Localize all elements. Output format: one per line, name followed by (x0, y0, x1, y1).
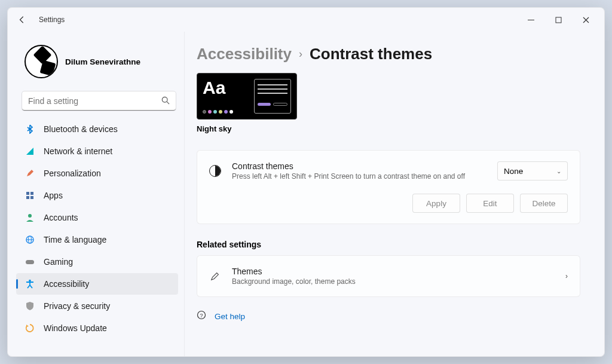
sidebar-item-shield[interactable]: Privacy & security (16, 295, 178, 317)
svg-rect-12 (26, 260, 34, 264)
search-container (22, 91, 176, 111)
theme-preview[interactable]: Aa (197, 73, 297, 133)
settings-window: Settings Dilum Senevirathne Bluetooth & … (7, 7, 605, 357)
sidebar-item-person[interactable]: Accounts (16, 207, 178, 228)
edit-button[interactable]: Edit (466, 194, 514, 213)
content-area: Accessibility › Contrast themes Aa (184, 32, 604, 356)
close-button[interactable] (572, 10, 599, 29)
svg-point-13 (29, 280, 31, 282)
preview-label: Night sky (197, 124, 297, 133)
window-controls (517, 10, 599, 29)
dropdown-value: None (504, 167, 523, 176)
sidebar-item-label: Apps (44, 191, 63, 200)
apply-button[interactable]: Apply (412, 194, 460, 213)
search-input[interactable] (22, 91, 176, 111)
chevron-right-icon: › (565, 272, 568, 280)
breadcrumb: Accessibility › Contrast themes (197, 32, 580, 73)
breadcrumb-current: Contrast themes (310, 45, 432, 63)
preview-thumbnail: Aa (197, 73, 297, 120)
sidebar-item-label: Bluetooth & devices (44, 124, 118, 134)
svg-point-2 (162, 97, 167, 102)
sidebar-item-apps[interactable]: Apps (16, 185, 178, 206)
preview-text-icon: Aa (203, 79, 250, 97)
related-heading: Related settings (197, 240, 580, 249)
contrast-themes-card: Contrast themes Press left Alt + left Sh… (197, 150, 580, 224)
sidebar-item-label: Personalization (44, 169, 101, 178)
breadcrumb-parent[interactable]: Accessibility (197, 45, 292, 63)
card-subtitle: Press left Alt + left Shift + Print Scre… (232, 172, 486, 181)
themes-title: Themes (232, 267, 555, 276)
avatar (25, 45, 58, 78)
minimize-button[interactable] (517, 10, 544, 29)
sidebar-item-label: Windows Update (44, 323, 107, 333)
help-row: ? Get help (197, 310, 580, 322)
svg-rect-7 (30, 196, 33, 199)
sidebar-item-globe[interactable]: Time & language (16, 229, 178, 250)
card-title: Contrast themes (232, 161, 486, 171)
accessibility-icon (25, 279, 35, 289)
sidebar-item-paint[interactable]: Personalization (16, 163, 178, 184)
user-name: Dilum Senevirathne (65, 57, 140, 66)
title-bar: Settings (8, 8, 604, 32)
paintbrush-icon (209, 270, 221, 282)
maximize-button[interactable] (544, 10, 572, 29)
search-icon (161, 96, 170, 106)
svg-point-8 (28, 214, 32, 218)
delete-button[interactable]: Delete (520, 194, 568, 213)
back-button[interactable] (13, 10, 32, 29)
sidebar-item-label: Time & language (44, 235, 106, 244)
help-icon: ? (197, 310, 206, 322)
svg-rect-1 (556, 17, 561, 23)
svg-rect-4 (26, 192, 29, 195)
shield-icon (25, 301, 35, 311)
svg-text:?: ? (200, 313, 203, 319)
profile[interactable]: Dilum Senevirathne (15, 34, 179, 89)
sidebar: Dilum Senevirathne Bluetooth & devicesNe… (8, 32, 184, 356)
nav-list: Bluetooth & devicesNetwork & internetPer… (15, 115, 179, 354)
chevron-right-icon: › (299, 48, 302, 60)
bluetooth-icon (25, 124, 35, 134)
apps-icon (25, 190, 35, 201)
get-help-link[interactable]: Get help (215, 312, 245, 321)
svg-marker-14 (26, 325, 29, 327)
sidebar-item-bluetooth[interactable]: Bluetooth & devices (16, 118, 178, 140)
sidebar-item-update[interactable]: Windows Update (16, 317, 178, 339)
update-icon (25, 323, 35, 334)
sidebar-item-label: Privacy & security (44, 301, 110, 311)
sidebar-item-wifi[interactable]: Network & internet (16, 140, 178, 162)
wifi-icon (25, 146, 35, 157)
themes-subtitle: Background image, color, theme packs (232, 277, 555, 286)
contrast-icon (209, 165, 221, 177)
globe-icon (25, 234, 35, 245)
sidebar-item-label: Gaming (44, 257, 73, 267)
app-title: Settings (39, 16, 65, 24)
svg-rect-5 (30, 192, 33, 195)
themes-link-card[interactable]: Themes Background image, color, theme pa… (197, 255, 580, 297)
gaming-icon (25, 256, 35, 267)
sidebar-item-label: Accessibility (44, 279, 89, 289)
chevron-down-icon: ⌄ (556, 168, 561, 175)
sidebar-item-label: Accounts (44, 213, 78, 222)
sidebar-item-label: Network & internet (44, 146, 112, 156)
svg-rect-6 (26, 196, 29, 199)
svg-line-3 (167, 102, 169, 104)
sidebar-item-gaming[interactable]: Gaming (16, 251, 178, 273)
theme-dropdown[interactable]: None ⌄ (497, 161, 568, 181)
sidebar-item-accessibility[interactable]: Accessibility (16, 273, 178, 295)
paint-icon (25, 168, 35, 179)
person-icon (25, 212, 35, 223)
